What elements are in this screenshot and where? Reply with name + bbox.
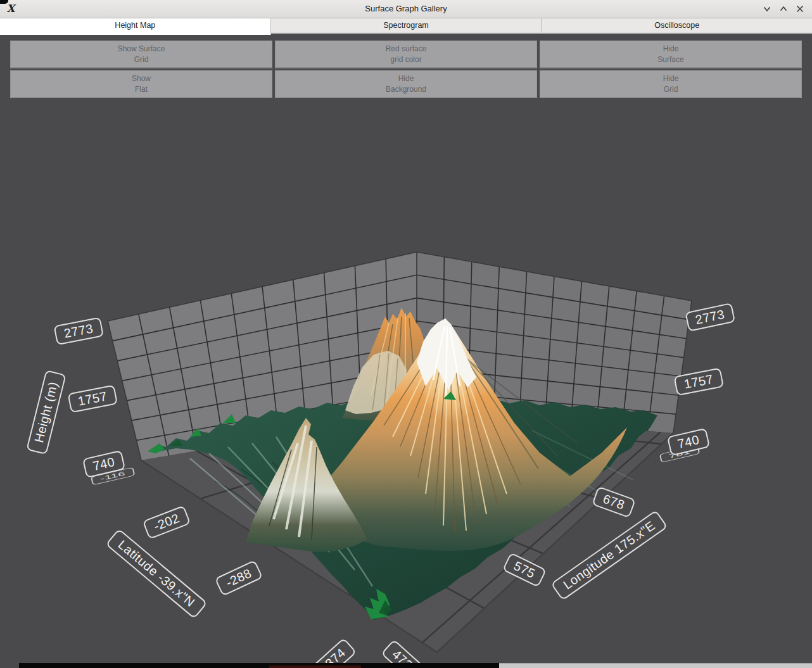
chevron-down-icon — [762, 4, 772, 14]
title-bar[interactable]: X Surface Graph Gallery — [0, 0, 812, 18]
button-label-line1: Hide — [398, 73, 414, 84]
shade-button[interactable] — [760, 3, 774, 15]
tab-bar: Height Map Spectrogram Oscilloscope — [0, 18, 812, 32]
button-label-line2: Flat — [135, 84, 148, 95]
button-label-line1: Show — [132, 73, 151, 84]
button-label-line2: Grid — [134, 54, 149, 65]
close-button[interactable] — [793, 3, 807, 15]
tab-height-map[interactable]: Height Map — [0, 18, 271, 35]
button-label-line2: grid color — [390, 54, 421, 65]
maximize-button[interactable] — [777, 3, 790, 15]
grid-color-button[interactable]: Red surface grid color — [275, 41, 537, 68]
button-label-line2: Background — [386, 84, 426, 95]
control-button-grid: Show Surface Grid Red surface grid color… — [10, 41, 802, 98]
button-label-line2: Grid — [664, 84, 678, 95]
chevron-up-icon — [778, 4, 789, 14]
hide-grid-button[interactable]: Hide Grid — [540, 70, 802, 98]
hide-background-button[interactable]: Hide Background — [275, 70, 537, 98]
button-label-line2: Surface — [657, 54, 683, 65]
show-flat-button[interactable]: Show Flat — [10, 70, 272, 98]
button-label-line1: Red surface — [386, 44, 427, 54]
button-label-line1: Show Surface — [118, 44, 165, 54]
tab-oscilloscope[interactable]: Oscilloscope — [542, 18, 812, 32]
taskbar-dark-segment — [19, 663, 499, 668]
toggle-surface-grid-button[interactable]: Show Surface Grid — [10, 41, 272, 68]
taskbar-thumbnail-sliver — [269, 665, 361, 668]
button-label-line1: Hide — [663, 73, 679, 84]
button-label-line1: Hide — [663, 44, 679, 54]
close-icon — [795, 4, 805, 14]
taskbar-sliver — [0, 663, 812, 668]
taskbar-light-segment — [499, 663, 812, 668]
tab-spectrogram[interactable]: Spectrogram — [271, 18, 542, 32]
hide-surface-button[interactable]: Hide Surface — [540, 41, 802, 68]
surface-plot-canvas[interactable] — [0, 0, 812, 668]
window-title: Surface Graph Gallery — [0, 0, 812, 18]
